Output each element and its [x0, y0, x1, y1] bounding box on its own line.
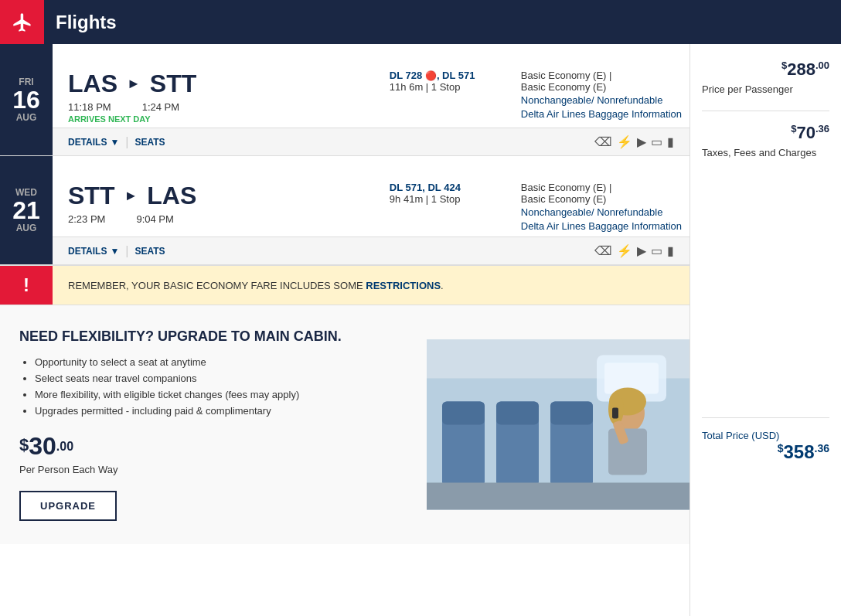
- price-per-passenger-label: Price per Passenger: [702, 83, 829, 95]
- warning-icon-box: !: [0, 266, 53, 305]
- flight-1-fare: Basic Economy (E) | Basic Economy (E) No…: [513, 56, 689, 121]
- flight-1-origin: LAS: [68, 70, 117, 98]
- upgrade-bullet-4: Upgrades permitted - including paid & co…: [35, 405, 407, 417]
- main-area: FRI 16 AUG LAS ► STT: [0, 44, 841, 616]
- flight-1-day: 16: [12, 87, 40, 112]
- sidebar-divider-2: [702, 417, 829, 418]
- wifi-icon: ⌫: [594, 134, 612, 149]
- flight-1-times: 11:18 PM 1:24 PM: [68, 101, 366, 113]
- svg-rect-9: [550, 402, 593, 425]
- price-main: 30: [29, 432, 56, 460]
- flight-1-fare-line1: Basic Economy (E) |: [521, 70, 682, 81]
- flight-row-2: WED 21 AUG STT ► LAS 2:23 PM: [0, 156, 689, 265]
- upgrade-price: $30.00: [19, 432, 407, 461]
- flight-2-baggage-link[interactable]: Delta Air Lines Baggage Information: [521, 220, 682, 232]
- flight-2-arrive: 9:04 PM: [136, 213, 173, 225]
- flight-1-arrow: ►: [127, 76, 141, 92]
- cabin-image-area: [427, 305, 689, 544]
- exclamation-icon: !: [23, 274, 29, 296]
- entertainment-icon-2: ▶: [637, 243, 646, 258]
- flight-2-route: STT ► LAS: [68, 182, 366, 210]
- flight-2-route-info: STT ► LAS 2:23 PM 9:04 PM: [53, 168, 382, 225]
- upgrade-button[interactable]: UPGRADE: [19, 491, 117, 521]
- taxes-price-value: $70.36: [702, 123, 829, 143]
- screen-icon-2: ▭: [651, 243, 662, 258]
- flight-2-details-link[interactable]: DETAILS ▼: [68, 246, 119, 257]
- svg-rect-16: [612, 408, 618, 419]
- flight-2-fare: Basic Economy (E) | Basic Economy (E) No…: [513, 168, 689, 233]
- sidebar: $288.00 Price per Passenger $70.36 Taxes…: [689, 44, 841, 616]
- taxes-item: $70.36 Taxes, Fees and Charges: [702, 123, 829, 158]
- flight-2-day: 21: [12, 198, 40, 223]
- flight-2-seats-link[interactable]: SEATS: [135, 246, 165, 257]
- price-per-passenger-item: $288.00 Price per Passenger: [702, 60, 829, 95]
- upgrade-list: Opportunity to select a seat at anytime …: [19, 356, 407, 417]
- flight-1-route: LAS ► STT: [68, 70, 366, 98]
- price-dollar-sign: $: [19, 435, 29, 454]
- flight-1-top: LAS ► STT 11:18 PM 1:24 PM ARRIVES NEXT …: [53, 44, 689, 128]
- power-icon-2: ⚡: [617, 243, 632, 258]
- upgrade-content: NEED FLEXIBILITY? UPGRADE TO MAIN CABIN.…: [0, 305, 427, 544]
- total-price-item: Total Price (USD) $358.36: [702, 430, 829, 463]
- flight-1-fare-line2: Basic Economy (E): [521, 81, 682, 93]
- flight-1-details-link[interactable]: DETAILS ▼: [68, 137, 119, 148]
- plane-icon: [12, 12, 33, 33]
- flight-2-top: STT ► LAS 2:23 PM 9:04 PM DL 571, DL 424: [53, 156, 689, 237]
- warning-bar: ! REMEMBER, YOUR BASIC ECONOMY FARE INCL…: [0, 265, 689, 305]
- flight-1-route-info: LAS ► STT 11:18 PM 1:24 PM ARRIVES NEXT …: [53, 56, 382, 124]
- flight-2-depart: 2:23 PM: [68, 213, 105, 225]
- upgrade-bullet-2: Select seats near travel companions: [35, 373, 407, 384]
- svg-rect-5: [442, 402, 485, 425]
- flight-2-date-col: WED 21 AUG: [0, 156, 53, 264]
- warning-text: REMEMBER, YOUR BASIC ECONOMY FARE INCLUD…: [53, 272, 459, 299]
- flight-1-seats-link[interactable]: SEATS: [135, 137, 165, 148]
- flight-1-arrive: 1:24 PM: [142, 101, 179, 113]
- flight-1-details: DL 728 🔴, DL 571 11h 6m | 1 Stop: [382, 56, 513, 93]
- upgrade-bullet-3: More flexibility, with eligible ticket c…: [35, 389, 407, 400]
- seat-icon: ▮: [667, 134, 674, 149]
- wifi-icon-2: ⌫: [594, 243, 612, 258]
- flight-2-destination: LAS: [147, 182, 196, 210]
- flight-1-date-col: FRI 16 AUG: [0, 44, 53, 155]
- total-price-value: $358.36: [702, 441, 829, 463]
- header: Flights: [0, 0, 841, 44]
- flight-1-stops: 11h 6m | 1 Stop: [390, 81, 506, 93]
- flight-1-next-day: ARRIVES NEXT DAY: [68, 114, 366, 124]
- flight-2-details: DL 571, DL 424 9h 41m | 1 Stop: [382, 168, 513, 205]
- restrictions-link[interactable]: RESTRICTIONS: [366, 280, 441, 291]
- flight-row-1: FRI 16 AUG LAS ► STT: [0, 44, 689, 156]
- upgrade-bullet-1: Opportunity to select a seat at anytime: [35, 356, 407, 368]
- seat-icon-2: ▮: [667, 243, 674, 258]
- total-label: Total Price (USD): [702, 430, 829, 441]
- entertainment-icon: ▶: [637, 134, 646, 149]
- cabin-illustration: [427, 305, 689, 544]
- flight-1-actions: DETAILS ▼ | SEATS ⌫ ⚡ ▶ ▭ ▮: [53, 128, 689, 155]
- svg-rect-10: [427, 483, 689, 510]
- flight-2-actions: DETAILS ▼ | SEATS ⌫ ⚡ ▶ ▭ ▮: [53, 237, 689, 264]
- flight-2-stops: 9h 41m | 1 Stop: [390, 193, 506, 205]
- page-title: Flights: [56, 12, 117, 33]
- header-icon-box: [0, 0, 44, 44]
- screen-icon: ▭: [651, 134, 662, 149]
- flight-2-month: AUG: [16, 223, 37, 233]
- flight-2-numbers: DL 571, DL 424: [390, 182, 506, 193]
- taxes-label: Taxes, Fees and Charges: [702, 147, 829, 158]
- flight-1-baggage-link[interactable]: Delta Air Lines Baggage Information: [521, 108, 682, 120]
- flight-1-destination: STT: [150, 70, 196, 98]
- sidebar-divider-1: [702, 111, 829, 111]
- flight-2-origin: STT: [68, 182, 114, 210]
- upgrade-title: NEED FLEXIBILITY? UPGRADE TO MAIN CABIN.: [19, 328, 407, 345]
- flight-2-amenity-icons: ⌫ ⚡ ▶ ▭ ▮: [594, 243, 674, 258]
- app-container: Flights FRI 16 AUG LAS ►: [0, 0, 841, 616]
- flight-1-nonchangeable-link[interactable]: Nonchangeable/ Nonrefundable: [521, 94, 663, 106]
- price-per-passenger-value: $288.00: [702, 60, 829, 80]
- svg-rect-14: [608, 429, 647, 475]
- flight-1-month: AUG: [16, 112, 37, 123]
- flight-2-fare-line2: Basic Economy (E): [521, 193, 682, 205]
- flight-1-depart: 11:18 PM: [68, 101, 111, 113]
- flight-2-fare-line1: Basic Economy (E) |: [521, 182, 682, 193]
- svg-rect-7: [496, 402, 539, 425]
- flight-1-inner: LAS ► STT 11:18 PM 1:24 PM ARRIVES NEXT …: [53, 44, 689, 155]
- upgrade-section: NEED FLEXIBILITY? UPGRADE TO MAIN CABIN.…: [0, 305, 689, 544]
- flight-2-nonchangeable-link[interactable]: Nonchangeable/ Nonrefundable: [521, 206, 663, 218]
